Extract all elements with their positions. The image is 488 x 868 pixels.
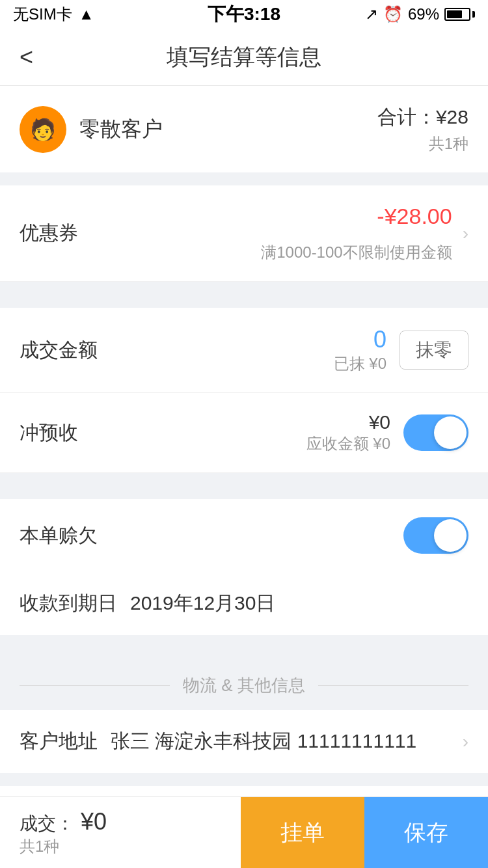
pre-collect-amount: ¥0 — [306, 411, 390, 433]
chevron-right-icon: › — [463, 223, 468, 244]
bottom-summary-top: 成交： ¥0 — [20, 808, 221, 836]
due-date-label: 收款到期日 — [20, 590, 117, 617]
address-value: 张三 海淀永丰科技园 11111111111 — [111, 728, 416, 755]
coupon-desc: 满1000-100不限制使用金额 — [261, 242, 452, 263]
customer-total: 合计：¥28 — [377, 104, 468, 131]
pre-collect-info: ¥0 应收金额 ¥0 — [306, 411, 390, 454]
logistics-title: 物流 & 其他信息 — [183, 674, 305, 697]
coupon-section: 优惠券 -¥28.00 满1000-100不限制使用金额 › — [0, 185, 488, 282]
nav-bar: < 填写结算等信息 — [0, 29, 488, 86]
content: 🧑 零散客户 合计：¥28 共1种 优惠券 -¥28.00 满1000-100不… — [0, 86, 488, 868]
bottom-summary-amount: ¥0 — [81, 808, 107, 835]
coupon-label: 优惠券 — [20, 220, 78, 247]
coupon-discount: -¥28.00 — [377, 204, 452, 229]
coupon-row[interactable]: 优惠券 -¥28.00 满1000-100不限制使用金额 › — [0, 185, 488, 282]
pre-collect-label: 冲预收 — [20, 420, 78, 446]
address-chevron-icon: › — [463, 731, 468, 752]
bottom-summary: 成交： ¥0 共1种 — [0, 797, 241, 868]
debt-toggle-knob — [434, 519, 467, 552]
avatar-icon: 🧑 — [30, 117, 56, 142]
address-left: 客户地址 张三 海淀永丰科技园 11111111111 — [20, 728, 416, 755]
avatar: 🧑 — [20, 106, 66, 153]
address-section: 客户地址 张三 海淀永丰科技园 11111111111 › — [0, 710, 488, 773]
divider-1 — [0, 295, 488, 308]
status-bar-time: 下午3:18 — [208, 2, 280, 27]
customer-count: 共1种 — [377, 133, 468, 154]
save-button[interactable]: 保存 — [364, 797, 488, 868]
customer-right: 合计：¥28 共1种 — [377, 104, 468, 154]
status-bar: 无SIM卡 ▲ 下午3:18 ↗ ⏰ 69% — [0, 0, 488, 29]
pre-collect-right: ¥0 应收金额 ¥0 — [306, 411, 468, 454]
bottom-summary-count: 共1种 — [20, 836, 221, 857]
alarm-icon: ⏰ — [383, 5, 403, 23]
due-date-value: 2019年12月30日 — [130, 590, 275, 617]
page-title: 填写结算等信息 — [167, 42, 321, 72]
address-label: 客户地址 — [20, 728, 98, 755]
coupon-right: -¥28.00 满1000-100不限制使用金额 — [261, 204, 452, 263]
debt-section: 本单赊欠 收款到期日 2019年12月30日 — [0, 499, 488, 635]
bottom-bar: 成交： ¥0 共1种 挂单 保存 — [0, 796, 488, 868]
debt-toggle[interactable] — [403, 517, 468, 554]
pre-collect-sub: 应收金额 ¥0 — [306, 433, 390, 454]
transaction-section: 成交金额 0 已抹 ¥0 抹零 冲预收 ¥0 应收金额 ¥0 — [0, 308, 488, 473]
battery-text: 69% — [408, 5, 439, 23]
location-icon: ↗ — [365, 5, 378, 23]
logistics-header: 物流 & 其他信息 — [0, 661, 488, 710]
transaction-value: 0 — [334, 326, 386, 353]
debt-label: 本单赊欠 — [20, 522, 98, 549]
divider-2 — [0, 486, 488, 499]
pre-collect-row: 冲预收 ¥0 应收金额 ¥0 — [0, 393, 488, 473]
bottom-summary-label: 成交： — [20, 811, 74, 836]
address-row[interactable]: 客户地址 张三 海淀永丰科技园 11111111111 › — [0, 710, 488, 773]
carrier-text: 无SIM卡 — [13, 4, 72, 25]
wifi-icon: ▲ — [79, 5, 94, 23]
due-date-row: 收款到期日 2019年12月30日 — [0, 572, 488, 635]
pre-collect-toggle[interactable] — [403, 414, 468, 451]
transaction-sub: 已抹 ¥0 — [334, 353, 386, 374]
battery-icon — [444, 8, 475, 21]
toggle-knob — [434, 416, 467, 449]
divider-3 — [0, 648, 488, 661]
hold-button[interactable]: 挂单 — [241, 797, 364, 868]
customer-left: 🧑 零散客户 — [20, 106, 163, 153]
status-bar-right: ↗ ⏰ 69% — [365, 5, 475, 23]
back-button[interactable]: < — [13, 37, 40, 77]
customer-row: 🧑 零散客户 合计：¥28 共1种 — [0, 86, 488, 172]
round-button[interactable]: 抹零 — [400, 331, 468, 370]
debt-row: 本单赊欠 — [0, 499, 488, 572]
status-bar-left: 无SIM卡 ▲ — [13, 4, 94, 25]
transaction-label: 成交金额 — [20, 337, 98, 364]
transaction-amount-row: 成交金额 0 已抹 ¥0 抹零 — [0, 308, 488, 393]
customer-name: 零散客户 — [79, 115, 163, 144]
